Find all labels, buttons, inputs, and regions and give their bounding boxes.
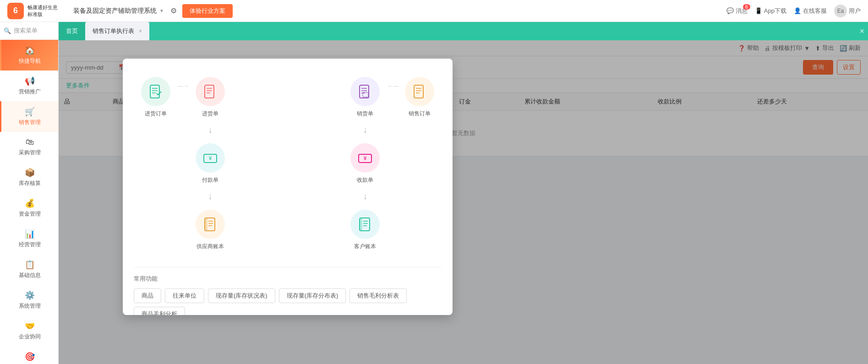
- inventory-icon: 📦: [25, 168, 35, 178]
- payment-in-node[interactable]: ¥ 收款单: [343, 136, 387, 191]
- search-menu[interactable]: 🔍 搜索菜单: [0, 22, 58, 40]
- cooperation-icon: 🤝: [25, 321, 35, 331]
- svg-rect-15: [360, 85, 369, 98]
- search-icon: 🔍: [4, 27, 11, 34]
- func-btn-contacts[interactable]: 往来单位: [165, 288, 204, 303]
- content-area: 首页 销售订单执行表 × × ❓ 帮助: [59, 22, 868, 364]
- app-download-button[interactable]: 📱 App下载: [755, 7, 786, 15]
- purchase-invoice-node[interactable]: 进货单: [188, 70, 232, 125]
- sidebar-item-purchase[interactable]: 🛍 采购管理: [0, 132, 58, 162]
- dropdown-icon[interactable]: ▼: [159, 8, 164, 13]
- sidebar-item-system[interactable]: ⚙️ 系统管理: [0, 285, 58, 315]
- sidebar-item-inventory[interactable]: 📦 库存核算: [0, 162, 58, 193]
- function-buttons-row1: 商品 往来单位 现存量(库存状况表) 现存量(库存分布表) 销售毛利分析表 商品…: [134, 288, 442, 315]
- avatar: Ea: [834, 5, 847, 17]
- svg-rect-11: [205, 218, 207, 231]
- func-btn-product-profit[interactable]: 商品毛利分析: [134, 307, 185, 315]
- tab-sales-order[interactable]: 销售订单执行表 ×: [85, 22, 149, 40]
- common-functions: 常用功能 商品 往来单位 现存量(库存状况表) 现存量(库存分布表) 销售毛利分…: [134, 267, 442, 315]
- sidebar-item-newbie[interactable]: 🎯 新手引导: [0, 346, 58, 364]
- arrow-h-1: - - - →: [178, 82, 188, 89]
- svg-text:¥: ¥: [363, 155, 367, 162]
- svg-rect-0: [150, 85, 159, 98]
- sales-icon: 🛒: [25, 107, 35, 117]
- system-title: 装备及固定资产辅助管理系统 ▼ ⚙: [73, 6, 177, 15]
- arrow-down-4: ↓: [363, 191, 367, 201]
- close-all-button[interactable]: ×: [859, 27, 864, 36]
- finance-icon: 💰: [25, 198, 35, 208]
- arrow-down-1: ↓: [208, 125, 213, 134]
- func-btn-product[interactable]: 商品: [134, 288, 161, 303]
- newbie-icon: 🎯: [25, 352, 35, 362]
- modal-overlay[interactable]: 进货订单 - - - →: [59, 40, 868, 364]
- sidebar-item-quick-guide[interactable]: 🏠 快捷导航: [0, 40, 58, 71]
- tab-bar: 首页 销售订单执行表 × ×: [59, 22, 868, 40]
- home-icon: 🏠: [25, 45, 35, 55]
- arrow-down-2: ↓: [363, 125, 367, 134]
- arrow-h-2: ← - - -: [387, 82, 398, 89]
- func-btn-stock-status[interactable]: 现存量(库存状况表): [208, 288, 275, 303]
- basic-info-icon: 📋: [25, 260, 35, 270]
- marketing-icon: 📢: [25, 76, 35, 86]
- payment-out-icon: ¥: [196, 143, 225, 173]
- logo-text: 畅康通好生意 标准版: [27, 4, 58, 17]
- system-icon: ⚙️: [25, 290, 35, 300]
- logo-icon: 6: [7, 3, 24, 19]
- svg-rect-23: [360, 218, 362, 231]
- supplier-ledger-icon: [196, 210, 225, 239]
- func-btn-stock-dist[interactable]: 现存量(库存分布表): [279, 288, 346, 303]
- tab-home[interactable]: 首页: [59, 22, 85, 40]
- sales-invoice-node[interactable]: 销货单: [343, 70, 387, 125]
- sales-invoice-icon: [350, 77, 380, 106]
- payment-out-node[interactable]: ¥ 付款单: [188, 136, 232, 191]
- common-functions-title: 常用功能: [134, 275, 442, 283]
- func-btn-sales-profit[interactable]: 销售毛利分析表: [349, 288, 407, 303]
- svg-text:¥: ¥: [208, 155, 212, 162]
- message-button[interactable]: 💬 消息 6: [726, 7, 748, 15]
- flow-modal: 进货订单 - - - →: [123, 59, 453, 315]
- sidebar-item-marketing[interactable]: 📢 营销推广: [0, 71, 58, 101]
- tab-close-icon[interactable]: ×: [139, 28, 142, 34]
- sidebar-item-operations[interactable]: 📊 经营管理: [0, 223, 58, 254]
- svg-rect-4: [205, 85, 214, 98]
- message-badge: 6: [743, 4, 750, 10]
- logo-area: 6 畅康通好生意 标准版: [7, 3, 66, 19]
- service-icon: 👤: [794, 7, 801, 14]
- supplier-ledger-node[interactable]: 供应商账本: [188, 202, 232, 258]
- download-icon: 📱: [755, 7, 762, 14]
- arrow-down-3: ↓: [208, 191, 213, 201]
- settings-icon[interactable]: ⚙: [170, 6, 177, 15]
- customer-ledger-node[interactable]: 客户账本: [343, 202, 387, 258]
- sales-order-node[interactable]: 销售订单: [398, 70, 442, 125]
- operations-icon: 📊: [25, 229, 35, 239]
- experience-button[interactable]: 体验行业方案: [182, 4, 233, 18]
- sales-order-icon: [405, 77, 434, 106]
- svg-rect-27: [414, 85, 423, 98]
- sidebar-item-cooperation[interactable]: 🤝 企业协同: [0, 315, 58, 346]
- purchase-icon: 🛍: [26, 137, 34, 147]
- sidebar-item-sales[interactable]: 🛒 销售管理: [0, 101, 58, 132]
- sidebar-item-basic-info[interactable]: 📋 基础信息: [0, 254, 58, 285]
- payment-in-icon: ¥: [350, 143, 380, 173]
- purchase-invoice-icon: [196, 77, 225, 106]
- sidebar-item-finance[interactable]: 💰 资金管理: [0, 193, 58, 223]
- top-right-area: 💬 消息 6 📱 App下载 👤 在线客服 Ea 用户: [726, 5, 861, 17]
- tab-content: ❓ 帮助 🖨 按模板打印 ▼ ⬆ 导出 🔄: [59, 40, 868, 364]
- purchase-order-node[interactable]: 进货订单: [134, 70, 178, 125]
- customer-ledger-icon: [350, 210, 380, 239]
- purchase-order-icon: [141, 77, 170, 106]
- sidebar: 🔍 搜索菜单 🏠 快捷导航 📢 营销推广 🛒 销售管理 🛍 采购管理 📦: [0, 22, 59, 364]
- online-service-button[interactable]: 👤 在线客服: [794, 7, 827, 15]
- user-area[interactable]: Ea 用户: [834, 5, 861, 17]
- message-icon: 💬: [726, 7, 734, 14]
